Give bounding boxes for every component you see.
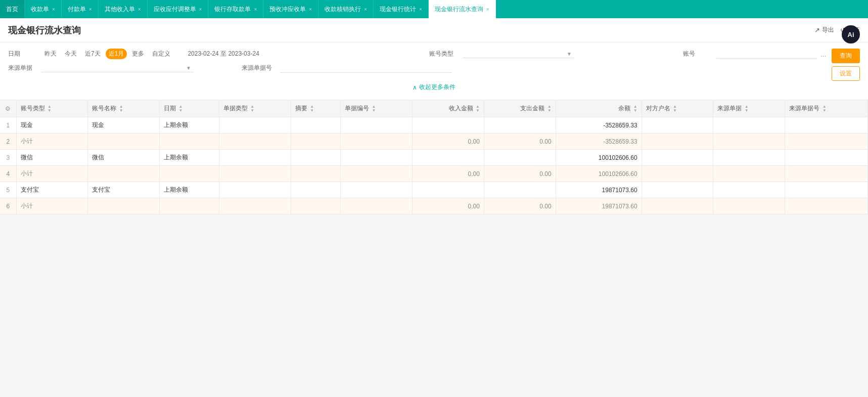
nav-tab-payments-label: 付款单 [68,5,86,14]
nav-tab-receipts[interactable]: 收款单 × [25,0,62,18]
nav-tab-prepay[interactable]: 预收冲应收单 × [263,0,318,18]
th-source-doc-no[interactable]: 来源单据号 ▲▼ [785,100,868,117]
nav-tab-payments[interactable]: 付款单 × [62,0,99,18]
filter-row-1: 日期 昨天 今天 近7天 近1月 更多 自定义 2023-02-24 至 202… [8,49,832,59]
td-num: 1 [0,117,16,134]
td-date: 上期余额 [160,150,219,166]
date-btn-custom[interactable]: 自定义 [149,49,173,59]
close-icon[interactable]: × [52,7,55,12]
th-expense[interactable]: 支出金额 ▲▼ [484,100,556,117]
close-icon[interactable]: × [199,7,202,12]
sort-arrows-doc-no: ▲▼ [372,105,376,113]
td-source-doc-no [785,166,868,182]
nav-tab-ar-ap-adjust[interactable]: 应收应付调整单 × [148,0,209,18]
th-source-doc[interactable]: 来源单据 ▲▼ [713,100,785,117]
date-range-display: 2023-02-24 至 2023-03-24 [188,50,259,58]
nav-home[interactable]: 首页 [0,0,25,18]
td-source-doc-no [785,117,868,134]
td-expense [484,150,556,166]
td-counterparty [642,134,713,150]
ai-button[interactable]: Ai [842,25,860,43]
td-balance: 100102606.60 [556,166,642,182]
right-action-buttons: 查询 设置 [832,49,860,81]
td-doc-type [219,166,291,182]
source-doc-no-label: 来源单据号 [242,64,272,72]
td-source-doc [713,166,785,182]
data-table: ⚙ 账号类型 ▲▼ 账号名称 ▲▼ 日期 ▲▼ 单据类型 ▲▼ [0,100,868,214]
date-btn-1month[interactable]: 近1月 [106,49,127,59]
td-expense: 0.00 [484,198,556,214]
td-source-doc-no [785,150,868,166]
nav-tab-verify[interactable]: 收款核销执行 × [318,0,374,18]
date-btn-yesterday[interactable]: 昨天 [41,49,60,59]
td-date [160,198,219,214]
close-icon[interactable]: × [254,7,257,12]
more-options-icon[interactable]: ... [820,50,827,58]
td-num: 3 [0,150,16,166]
nav-tab-bank-flow[interactable]: 现金银行流水查询 × [429,0,496,18]
td-doc-type [219,134,291,150]
td-account-name: 现金 [88,117,160,134]
account-input[interactable] [716,49,817,59]
th-account-name[interactable]: 账号名称 ▲▼ [88,100,160,117]
page-header: 现金银行流水查询 ↗ 导出 ↺ 刷新 [0,18,868,42]
td-balance: 19871073.60 [556,198,642,214]
date-btn-more[interactable]: 更多 [129,49,147,59]
setting-button[interactable]: 设置 [832,66,860,81]
close-icon[interactable]: × [309,7,312,12]
td-doc-type [219,182,291,198]
td-income: 0.00 [413,166,484,182]
th-doc-no[interactable]: 单据编号 ▲▼ [341,100,413,117]
th-summary[interactable]: 摘要 ▲▼ [291,100,340,117]
th-income[interactable]: 收入金额 ▲▼ [413,100,484,117]
sort-arrows-date: ▲▼ [179,105,183,113]
td-account-type: 现金 [16,117,88,134]
collapse-bar[interactable]: ∧ 收起更多条件 [8,81,860,94]
td-date [160,166,219,182]
sort-arrows-income: ▲▼ [476,105,480,113]
export-button[interactable]: ↗ 导出 [814,26,834,34]
sort-arrows-summary: ▲▼ [310,105,314,113]
td-doc-no [341,150,413,166]
close-icon[interactable]: × [419,7,422,12]
nav-tab-other-income[interactable]: 其他收入单 × [99,0,148,18]
close-icon[interactable]: × [364,7,367,12]
query-button[interactable]: 查询 [832,49,860,63]
export-label: 导出 [822,26,834,34]
close-icon[interactable]: × [89,7,92,12]
date-btn-today[interactable]: 今天 [62,49,80,59]
td-summary [291,182,340,198]
date-btn-7days[interactable]: 近7天 [82,49,104,59]
th-doc-type[interactable]: 单据类型 ▲▼ [219,100,291,117]
nav-tab-receipts-label: 收款单 [31,5,49,14]
td-counterparty [642,166,713,182]
nav-tab-bank-stats[interactable]: 现金银行统计 × [374,0,429,18]
table-row: 4小计0.000.00100102606.60 [0,166,868,182]
td-income [413,117,484,134]
td-source-doc-no [785,134,868,150]
td-doc-type [219,198,291,214]
source-doc-no-input[interactable] [280,63,452,73]
collapse-icon: ∧ [413,84,417,91]
td-income [413,150,484,166]
th-settings[interactable]: ⚙ [0,100,16,117]
th-balance[interactable]: 余额 ▲▼ [556,100,642,117]
th-date[interactable]: 日期 ▲▼ [160,100,219,117]
date-filter-buttons: 昨天 今天 近7天 近1月 更多 自定义 [41,49,173,59]
data-table-container: ⚙ 账号类型 ▲▼ 账号名称 ▲▼ 日期 ▲▼ 单据类型 ▲▼ [0,100,868,214]
chevron-down-icon: ▼ [186,65,191,71]
td-counterparty [642,150,713,166]
td-doc-type [219,117,291,134]
td-account-name: 微信 [88,150,160,166]
sort-arrows-balance: ▲▼ [633,105,637,113]
th-account-type[interactable]: 账号类型 ▲▼ [16,100,88,117]
close-icon[interactable]: × [486,7,489,12]
source-doc-select[interactable]: ▼ [41,64,193,72]
close-icon[interactable]: × [138,7,141,12]
th-counterparty[interactable]: 对方户名 ▲▼ [642,100,713,117]
td-num: 6 [0,198,16,214]
td-source-doc-no [785,182,868,198]
account-type-select[interactable]: ▼ [463,50,574,58]
td-summary [291,134,340,150]
nav-tab-bank-deposit[interactable]: 银行存取款单 × [208,0,263,18]
